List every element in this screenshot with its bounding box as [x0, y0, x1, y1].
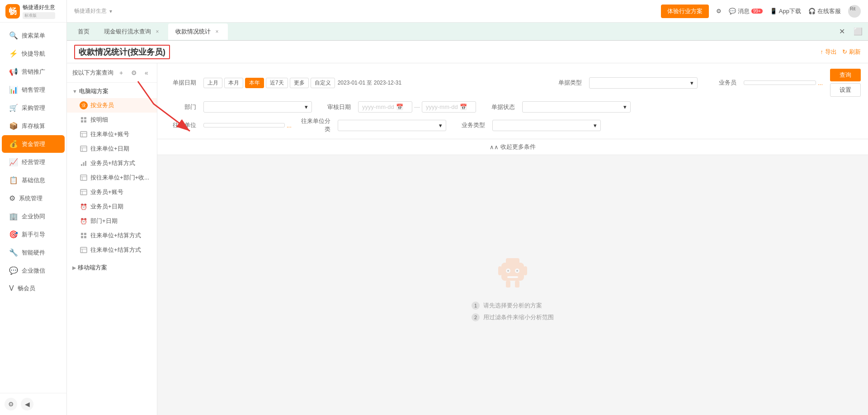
- lp-item-salesman-account[interactable]: 业务员+账号: [67, 185, 157, 199]
- tab-collection-stats[interactable]: 收款情况统计 ×: [168, 24, 228, 40]
- refresh-btn[interactable]: ↻ 刷新: [842, 48, 861, 56]
- voucher-type-label: 单据类型: [550, 79, 582, 87]
- sidebar-item-sales[interactable]: 📊 销售管理: [2, 81, 65, 99]
- lp-item-by-salesman-label: 按业务员: [90, 101, 114, 109]
- tab-home[interactable]: 首页: [71, 28, 97, 36]
- sidebar-item-enterprise[interactable]: 🏢 企业协同: [2, 208, 65, 225]
- lp-item-unit-dept-collect[interactable]: 按往来单位+部门+收...: [67, 170, 157, 185]
- maximize-btn[interactable]: ⬜: [852, 25, 864, 38]
- audit-date-start[interactable]: yyyy-mm-dd 📅: [358, 101, 412, 113]
- date-btn-this-month[interactable]: 本月: [224, 78, 243, 88]
- sidebar-item-basic-info[interactable]: 📋 基础信息: [2, 171, 65, 189]
- sidebar-item-label: 营销推广: [22, 68, 45, 76]
- query-btn[interactable]: 查询: [830, 69, 861, 81]
- app-download-btn[interactable]: 📱 App下载: [770, 7, 801, 15]
- sidebar-item-label: 企业协同: [22, 212, 45, 221]
- lp-item-salesman-settle[interactable]: 业务员+结算方式: [67, 156, 157, 170]
- lp-item-dept-date-label: 部门+日期: [90, 217, 118, 225]
- date-btn-custom[interactable]: 自定义: [311, 78, 335, 88]
- tab-bank-flow[interactable]: 现金银行流水查询 ×: [97, 24, 168, 40]
- sidebar-item-membership[interactable]: V 畅会员: [2, 280, 65, 297]
- tab-collection-stats-close[interactable]: ×: [213, 28, 221, 35]
- trial-btn[interactable]: 体验行业方案: [661, 5, 709, 18]
- user-avatar[interactable]: Rit: [848, 5, 861, 18]
- lp-item-unit-account[interactable]: 往来单位+账号: [67, 127, 157, 141]
- sidebar-item-system[interactable]: ⚙ 系统管理: [2, 189, 65, 207]
- audit-date-end[interactable]: yyyy-mm-dd 📅: [422, 101, 476, 113]
- lp-section-pc: ▼ 电脑端方案 业 按业务员 按明细: [67, 83, 157, 259]
- sidebar-item-smart-hw[interactable]: 🔧 智能硬件: [2, 244, 65, 261]
- topbar-breadcrumb: 畅捷通好生意 ▾: [74, 7, 656, 15]
- sidebar-item-wechat[interactable]: 💬 企业微信: [2, 262, 65, 279]
- lp-item-unit-date[interactable]: 往来单位+日期: [67, 141, 157, 156]
- svg-rect-21: [81, 236, 83, 238]
- sidebar-item-label: 畅会员: [18, 284, 35, 292]
- svg-rect-27: [506, 258, 519, 265]
- calendar-icon: 📅: [396, 104, 403, 110]
- sidebar-item-search-menu[interactable]: 🔍 搜索菜单: [2, 27, 65, 44]
- collapse-bar[interactable]: ∧∧ 收起更多条件: [157, 139, 868, 155]
- quick-nav-icon: ⚡: [9, 49, 18, 58]
- lp-item-unit-settle1[interactable]: 往来单位+结算方式: [67, 228, 157, 243]
- close-window-btn[interactable]: ✕: [835, 25, 848, 38]
- sidebar-item-label: 库存核算: [22, 122, 45, 130]
- operation-icon: 📈: [9, 158, 18, 166]
- unit-dept-collect-icon: [80, 174, 88, 182]
- sidebar-item-finance[interactable]: 💰 资金管理: [2, 135, 65, 153]
- sidebar-item-marketing[interactable]: 📢 营销推广: [2, 63, 65, 80]
- voucher-type-select[interactable]: ▾: [589, 77, 698, 89]
- sidebar-settings-btn[interactable]: ⚙: [5, 398, 17, 410]
- lp-item-unit-settle2[interactable]: 往来单位+结算方式: [67, 243, 157, 257]
- date-btn-7days[interactable]: 近7天: [266, 78, 288, 88]
- lp-section-pc-header[interactable]: ▼ 电脑端方案: [67, 85, 157, 98]
- sidebar-item-operation[interactable]: 📈 经营管理: [2, 153, 65, 171]
- settings-btn[interactable]: 设置: [830, 83, 861, 97]
- lp-item-unit-date-label: 往来单位+日期: [90, 145, 129, 153]
- date-btn-last-month[interactable]: 上月: [203, 78, 222, 88]
- counterpart-category-select[interactable]: ▾: [338, 120, 446, 131]
- salesman-select[interactable]: [744, 80, 816, 85]
- sidebar-collapse-btn[interactable]: ◀: [21, 398, 33, 410]
- logo-text: 畅捷通好生意: [23, 4, 55, 11]
- settings-icon-btn[interactable]: ⚙: [716, 8, 722, 14]
- lp-item-by-salesman[interactable]: 业 按业务员: [67, 98, 157, 113]
- sidebar: 畅 畅捷通好生意 标准版 🔍 搜索菜单 ⚡ 快捷导航 📢 营销推广 📊 销售管理…: [0, 0, 67, 415]
- date-btn-this-year[interactable]: 本年: [245, 78, 264, 88]
- lp-add-btn[interactable]: +: [116, 68, 126, 78]
- dept-select[interactable]: ▾: [203, 101, 312, 113]
- business-type-select[interactable]: ▾: [492, 120, 601, 131]
- date-btn-more[interactable]: 更多: [290, 78, 309, 88]
- date-label: 单据日期: [165, 79, 196, 87]
- main-area: 畅捷通好生意 ▾ 体验行业方案 ⚙ 💬 消息 99+ 📱 App下载 🎧 在线客…: [67, 0, 868, 415]
- sidebar-item-inventory[interactable]: 📦 库存核算: [2, 117, 65, 135]
- sidebar-item-purchase[interactable]: 🛒 采购管理: [2, 99, 65, 117]
- lp-item-salesman-date[interactable]: ⏰ 业务员+日期: [67, 199, 157, 214]
- export-btn[interactable]: ↑ 导出: [821, 48, 837, 56]
- sidebar-item-quick-nav[interactable]: ⚡ 快捷导航: [2, 45, 65, 62]
- counterpart-more-btn[interactable]: ...: [287, 122, 292, 129]
- page-title: 收款情况统计(按业务员): [74, 45, 170, 59]
- sidebar-item-label: 智能硬件: [22, 249, 45, 257]
- lp-collapse-btn[interactable]: «: [142, 68, 151, 78]
- svg-rect-1: [84, 117, 86, 119]
- tabbar: 首页 现金银行流水查询 × 收款情况统计 × ✕ ⬜: [67, 23, 868, 41]
- lp-item-dept-date[interactable]: ⏰ 部门+日期: [67, 214, 157, 228]
- lp-settings-btn[interactable]: ⚙: [129, 68, 139, 78]
- sales-icon: 📊: [9, 85, 18, 94]
- sidebar-item-newbie[interactable]: 🎯 新手引导: [2, 226, 65, 243]
- svg-rect-23: [80, 247, 87, 253]
- voucher-status-select[interactable]: ▾: [522, 101, 631, 113]
- lp-item-by-detail[interactable]: 按明细: [67, 113, 157, 127]
- empty-state: 1 请先选择要分析的方案 2 用过滤条件来缩小分析范围: [157, 155, 868, 415]
- lp-item-unit-dept-collect-label: 按往来单位+部门+收...: [90, 174, 149, 182]
- counterpart-select[interactable]: [203, 123, 285, 127]
- empty-tip-2: 2 用过滤条件来缩小分析范围: [472, 313, 554, 321]
- online-service-btn[interactable]: 🎧 在线客服: [808, 7, 841, 15]
- sidebar-item-label: 系统管理: [19, 194, 42, 203]
- tab-bank-flow-close[interactable]: ×: [154, 28, 161, 35]
- salesman-more-btn[interactable]: ...: [818, 80, 823, 86]
- lp-item-unit-settle1-label: 往来单位+结算方式: [90, 231, 141, 240]
- messages-btn[interactable]: 💬 消息 99+: [729, 7, 763, 15]
- mobile-section-label: 移动端方案: [78, 264, 107, 272]
- lp-section-mobile-header[interactable]: ▶ 移动端方案: [67, 261, 157, 274]
